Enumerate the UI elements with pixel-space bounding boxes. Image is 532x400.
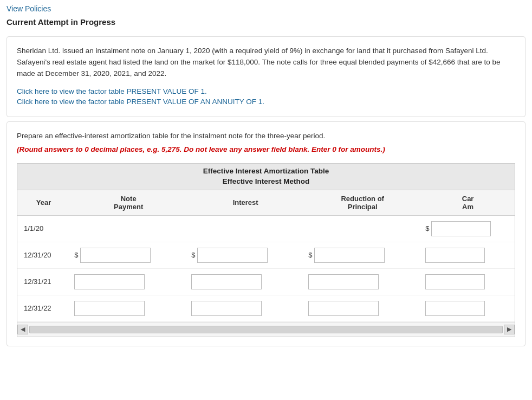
interest-cell-1 [187, 215, 304, 242]
dollar-sign-carrying-1: $ [425, 224, 429, 233]
col-header-payment: Note Payment [70, 190, 187, 215]
view-policies-link[interactable]: View Policies [7, 4, 51, 13]
col-header-year: Year [17, 190, 70, 215]
instruction-warning: (Round answers to 0 decimal places, e.g.… [17, 144, 515, 156]
column-header-row: Year Note Payment Interest Reduction of … [17, 190, 515, 215]
date-cell-2: 12/31/20 [17, 242, 70, 268]
table-subtitle-row: Effective Interest Method [17, 176, 515, 190]
col-header-reduction: Reduction of Principal [304, 190, 421, 215]
factor-link-1[interactable]: Click here to view the factor table PRES… [17, 87, 515, 95]
reduction-cell-2: $ [304, 242, 421, 268]
carrying-input-3[interactable] [425, 274, 485, 289]
payment-input-3[interactable] [74, 274, 145, 289]
interest-input-3[interactable] [191, 274, 262, 289]
interest-input-4[interactable] [191, 301, 262, 316]
payment-cell-2: $ [70, 242, 187, 268]
reduction-cell-1 [304, 215, 421, 242]
payment-cell-1 [70, 215, 187, 242]
payment-cell-3 [70, 268, 187, 295]
date-cell-4: 12/31/22 [17, 295, 70, 321]
instruction-text: Prepare an effective-interest amortizati… [17, 131, 515, 142]
table-row: 12/31/20 $ $ [17, 242, 515, 268]
table-subtitle: Effective Interest Method [17, 176, 515, 190]
carrying-cell-2 [421, 242, 515, 268]
carrying-input-1[interactable] [431, 221, 491, 236]
scroll-left-arrow[interactable]: ◀ [17, 325, 28, 334]
table-wrapper: Effective Interest Amortization Table Ef… [17, 163, 515, 337]
carrying-cell-4 [421, 295, 515, 321]
table-row: 12/31/22 [17, 295, 515, 321]
scroll-right-arrow[interactable]: ▶ [504, 325, 515, 334]
interest-cell-2: $ [187, 242, 304, 268]
reduction-cell-4 [304, 295, 421, 321]
carrying-cell-3 [421, 268, 515, 295]
dollar-sign-interest-2: $ [191, 251, 195, 259]
col-header-carrying: Car Am [421, 190, 515, 215]
payment-input-4[interactable] [74, 301, 145, 316]
reduction-input-3[interactable] [308, 274, 379, 289]
problem-card: Sheridan Ltd. issued an instalment note … [7, 36, 525, 117]
instruction-card: Prepare an effective-interest amortizati… [7, 121, 525, 346]
current-attempt-title: Current Attempt in Progress [0, 15, 532, 32]
table-title: Effective Interest Amortization Table [17, 164, 515, 176]
table-row: 1/1/20 $ [17, 215, 515, 242]
interest-cell-3 [187, 268, 304, 295]
carrying-cell-1: $ [421, 215, 515, 242]
dollar-sign-reduction-2: $ [308, 251, 312, 259]
col-header-interest: Interest [187, 190, 304, 215]
amortization-table: Effective Interest Amortization Table Ef… [17, 164, 515, 322]
interest-input-2[interactable] [197, 248, 268, 263]
date-cell-3: 12/31/21 [17, 268, 70, 295]
reduction-cell-3 [304, 268, 421, 295]
factor-link-2[interactable]: Click here to view the factor table PRES… [17, 98, 515, 106]
carrying-input-4[interactable] [425, 301, 485, 316]
problem-text: Sheridan Ltd. issued an instalment note … [17, 46, 515, 80]
interest-cell-4 [187, 295, 304, 321]
scroll-track[interactable] [29, 326, 503, 333]
carrying-input-2[interactable] [425, 248, 485, 263]
top-bar: View Policies [0, 0, 532, 15]
reduction-input-2[interactable] [314, 248, 385, 263]
horizontal-scrollbar[interactable]: ◀ ▶ [17, 322, 515, 337]
payment-input-2[interactable] [80, 248, 151, 263]
table-title-row: Effective Interest Amortization Table [17, 164, 515, 176]
dollar-sign-payment-2: $ [74, 251, 78, 259]
payment-cell-4 [70, 295, 187, 321]
date-cell-1: 1/1/20 [17, 215, 70, 242]
table-row: 12/31/21 [17, 268, 515, 295]
reduction-input-4[interactable] [308, 301, 379, 316]
